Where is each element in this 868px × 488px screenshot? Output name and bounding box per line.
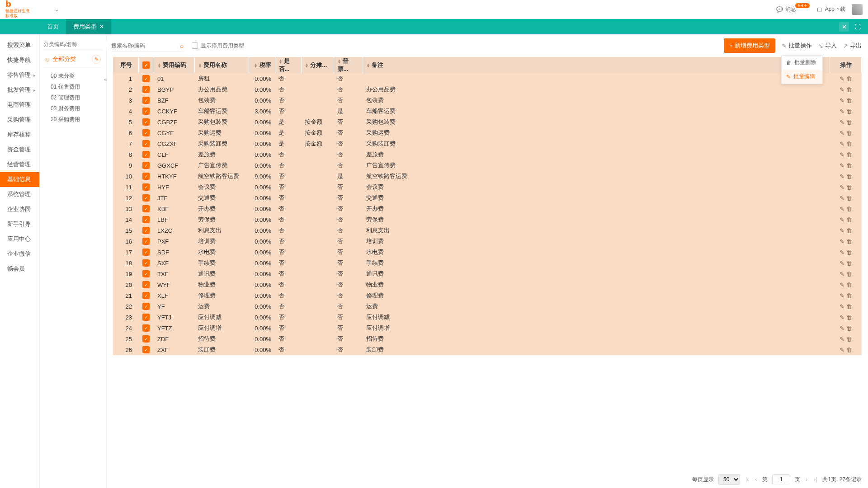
checkbox-icon[interactable]: ✓ (142, 118, 150, 126)
delete-icon[interactable]: 🗑 (846, 227, 852, 234)
checkbox-icon[interactable]: ✓ (142, 249, 150, 256)
cell-checkbox[interactable]: ✓ (138, 149, 154, 160)
close-icon[interactable]: ✕ (99, 23, 104, 30)
delete-icon[interactable]: 🗑 (846, 195, 852, 202)
edit-icon[interactable]: ✎ (840, 314, 844, 321)
col-remark[interactable]: ▲▼备注 (363, 57, 830, 73)
cell-checkbox[interactable]: ✓ (138, 312, 154, 323)
edit-icon[interactable]: ✎ (840, 227, 844, 234)
cell-checkbox[interactable]: ✓ (138, 106, 154, 117)
sidebar-item[interactable]: 经营管理 (0, 157, 39, 172)
show-disabled-checkbox[interactable] (192, 42, 198, 49)
prev-page-button[interactable]: ‹ (754, 475, 758, 483)
avatar[interactable] (852, 4, 863, 15)
per-page-select[interactable]: 50 (718, 474, 740, 485)
col-name[interactable]: ▲▼费用名称 (194, 57, 249, 73)
checkbox-icon[interactable]: ✓ (142, 183, 150, 191)
checkbox-icon[interactable]: ✓ (142, 227, 150, 234)
col-checkbox[interactable]: ✓ (138, 57, 154, 73)
edit-icon[interactable]: ✎ (840, 97, 844, 104)
checkbox-icon[interactable]: ✓ (142, 238, 150, 245)
batch-edit-item[interactable]: ✎ 批量编辑 (782, 70, 822, 84)
edit-icon[interactable]: ✎ (840, 216, 844, 223)
first-page-button[interactable]: |‹ (745, 475, 750, 483)
tab-fee-type[interactable]: 费用类型 ✕ (66, 19, 111, 34)
delete-icon[interactable]: 🗑 (846, 249, 852, 256)
edit-icon[interactable]: ✎ (840, 325, 844, 332)
delete-icon[interactable]: 🗑 (846, 108, 852, 115)
delete-icon[interactable]: 🗑 (846, 97, 852, 104)
checkbox-icon[interactable]: ✓ (142, 216, 150, 223)
col-bool[interactable]: ▲▼是否... (275, 57, 301, 73)
checkbox-icon[interactable]: ✓ (142, 259, 150, 267)
checkbox-icon[interactable]: ✓ (142, 281, 150, 288)
checkbox-icon[interactable]: ✓ (142, 75, 150, 82)
edit-icon[interactable]: ✎ (840, 75, 844, 82)
edit-icon[interactable]: ✎ (840, 336, 844, 343)
import-button[interactable]: ↘ 导入 (818, 42, 837, 50)
edit-icon[interactable]: ✎ (840, 151, 844, 158)
delete-icon[interactable]: 🗑 (846, 314, 852, 321)
cell-checkbox[interactable]: ✓ (138, 236, 154, 247)
cell-checkbox[interactable]: ✓ (138, 344, 154, 355)
delete-icon[interactable]: 🗑 (846, 130, 852, 136)
sidebar-item[interactable]: 畅会员 (0, 262, 39, 277)
subnav-item[interactable]: 03 财务费用 (43, 103, 103, 114)
delete-icon[interactable]: 🗑 (846, 303, 852, 310)
cell-checkbox[interactable]: ✓ (138, 160, 154, 171)
subnav-item[interactable]: 20 采购费用 (43, 114, 103, 125)
search-icon[interactable]: ⌕ (180, 42, 184, 49)
sidebar-item[interactable]: 系统管理 (0, 187, 39, 202)
delete-icon[interactable]: 🗑 (846, 206, 852, 212)
checkbox-icon[interactable]: ✓ (142, 173, 150, 180)
last-page-button[interactable]: ›| (813, 475, 818, 483)
sidebar-item[interactable]: 搜索菜单 (0, 38, 39, 53)
edit-icon[interactable]: ✎ (840, 292, 844, 299)
sidebar-item[interactable]: 批发管理▸ (0, 83, 39, 98)
cell-checkbox[interactable]: ✓ (138, 301, 154, 312)
sidebar-item[interactable]: 零售管理▸ (0, 68, 39, 83)
delete-icon[interactable]: 🗑 (846, 347, 852, 353)
checkbox-icon[interactable]: ✓ (142, 97, 150, 104)
fullscreen-button[interactable]: ⛶ (853, 22, 863, 32)
content-search-input[interactable] (111, 40, 180, 52)
sidebar-item[interactable]: 资金管理 (0, 142, 39, 157)
edit-icon[interactable]: ✎ (840, 162, 844, 169)
page-input[interactable] (772, 474, 790, 484)
delete-icon[interactable]: 🗑 (846, 141, 852, 147)
batch-button[interactable]: ✎ 批量操作 (782, 42, 812, 50)
delete-icon[interactable]: 🗑 (846, 86, 852, 93)
cell-checkbox[interactable]: ✓ (138, 323, 154, 333)
cell-checkbox[interactable]: ✓ (138, 182, 154, 192)
edit-icon[interactable]: ✎ (840, 173, 844, 180)
cell-checkbox[interactable]: ✓ (138, 127, 154, 138)
checkbox-icon[interactable]: ✓ (142, 205, 150, 212)
cell-checkbox[interactable]: ✓ (138, 333, 154, 344)
export-button[interactable]: ↗ 导出 (843, 42, 862, 50)
edit-icon[interactable]: ✎ (840, 238, 844, 245)
delete-icon[interactable]: 🗑 (846, 282, 852, 288)
subnav-item[interactable]: 00 未分类 (43, 70, 103, 81)
checkbox-icon[interactable]: ✓ (142, 140, 150, 147)
delete-icon[interactable]: 🗑 (846, 216, 852, 223)
cell-checkbox[interactable]: ✓ (138, 138, 154, 149)
checkbox-icon[interactable]: ✓ (142, 346, 150, 353)
sidebar-item[interactable]: 新手引导 (0, 217, 39, 232)
add-fee-type-button[interactable]: + 新增费用类型 (724, 38, 775, 53)
batch-delete-item[interactable]: 🗑 批量删除 (782, 56, 822, 70)
checkbox-icon[interactable]: ✓ (142, 335, 150, 343)
edit-icon[interactable]: ✎ (840, 282, 844, 288)
delete-icon[interactable]: 🗑 (846, 75, 852, 82)
cell-checkbox[interactable]: ✓ (138, 268, 154, 279)
download-button[interactable]: ▢ App下载 (816, 5, 845, 13)
next-page-button[interactable]: › (805, 475, 808, 483)
delete-icon[interactable]: 🗑 (846, 292, 852, 299)
edit-icon[interactable]: ✎ (840, 86, 844, 93)
subnav-search-input[interactable] (43, 41, 111, 47)
cell-checkbox[interactable]: ✓ (138, 95, 154, 106)
sidebar-item[interactable]: 快捷导航 (0, 53, 39, 68)
cell-checkbox[interactable]: ✓ (138, 117, 154, 127)
checkbox-icon[interactable]: ✓ (142, 303, 150, 310)
edit-icon[interactable]: ✎ (92, 55, 101, 64)
col-code[interactable]: ▲▼费用编码 (154, 57, 194, 73)
